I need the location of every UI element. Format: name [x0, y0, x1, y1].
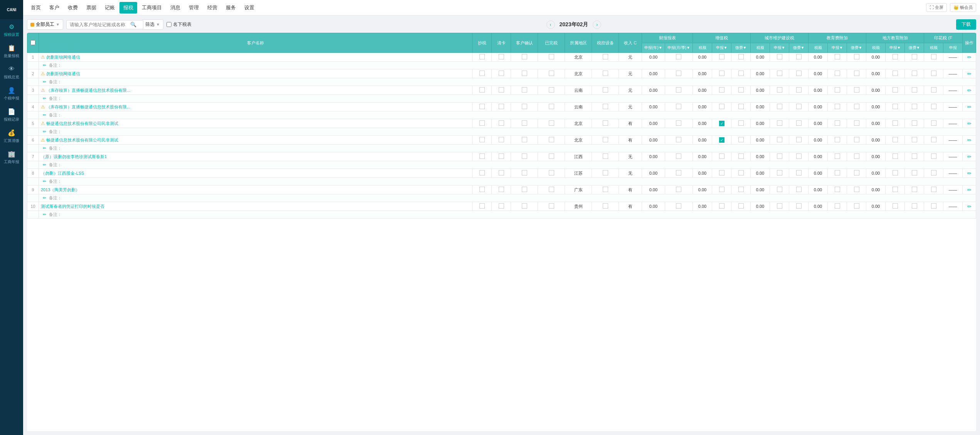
edit-icon[interactable]: ✏: [967, 121, 972, 126]
unchecked-icon[interactable]: [893, 153, 898, 159]
nav-home[interactable]: 首页: [27, 2, 45, 13]
unchecked-icon[interactable]: [499, 203, 504, 209]
unchecked-icon[interactable]: [893, 87, 898, 93]
nav-business[interactable]: 工商项目: [138, 2, 166, 13]
unchecked-icon[interactable]: [777, 153, 782, 159]
unchecked-icon[interactable]: [912, 104, 917, 109]
unchecked-icon[interactable]: [549, 137, 554, 142]
unchecked-icon[interactable]: [912, 87, 917, 93]
sidebar-item-settlement[interactable]: 💰 汇算清缴: [0, 125, 23, 147]
unchecked-icon[interactable]: [549, 153, 554, 159]
unchecked-icon[interactable]: [676, 187, 681, 192]
unchecked-icon[interactable]: [777, 203, 782, 209]
unchecked-icon[interactable]: [738, 203, 744, 209]
unchecked-icon[interactable]: [522, 71, 527, 76]
unchecked-icon[interactable]: [796, 203, 802, 209]
edit-icon[interactable]: ✏: [967, 204, 972, 209]
unchecked-icon[interactable]: [676, 120, 681, 126]
unchecked-icon[interactable]: [549, 104, 554, 109]
fullscreen-button[interactable]: ⛶ 全屏: [926, 3, 947, 12]
nav-manage[interactable]: 管理: [185, 2, 203, 13]
unchecked-icon[interactable]: [522, 203, 527, 209]
unchecked-icon[interactable]: [499, 104, 504, 109]
unchecked-icon[interactable]: [738, 71, 744, 76]
unchecked-icon[interactable]: [893, 187, 898, 192]
unchecked-icon[interactable]: [499, 170, 504, 175]
unchecked-icon[interactable]: [479, 54, 485, 59]
unchecked-icon[interactable]: [912, 170, 917, 175]
unchecked-icon[interactable]: [549, 120, 554, 126]
unchecked-icon[interactable]: [931, 153, 936, 159]
unchecked-icon[interactable]: [479, 170, 485, 175]
select-all-checkbox[interactable]: [30, 40, 35, 45]
unchecked-icon[interactable]: [931, 137, 936, 142]
unchecked-icon[interactable]: [522, 87, 527, 93]
unchecked-icon[interactable]: [912, 71, 917, 76]
download-button[interactable]: 下载: [956, 19, 976, 30]
sidebar-item-annual-report[interactable]: 🏢 工商年报: [0, 147, 23, 168]
sidebar-item-tax-overview[interactable]: 👁 报税总览: [0, 62, 23, 83]
nav-bookkeeping[interactable]: 记账: [101, 2, 119, 13]
unchecked-icon[interactable]: [893, 54, 898, 59]
edit-icon[interactable]: ✏: [967, 187, 972, 193]
unchecked-icon[interactable]: [479, 71, 485, 76]
unchecked-icon[interactable]: [931, 170, 936, 175]
unchecked-icon[interactable]: [719, 187, 724, 192]
unchecked-icon[interactable]: [603, 153, 608, 159]
nav-message[interactable]: 消息: [166, 2, 184, 13]
unchecked-icon[interactable]: [931, 187, 936, 192]
filter-button[interactable]: 筛选 ▼: [142, 19, 163, 30]
unchecked-icon[interactable]: [854, 153, 859, 159]
unchecked-icon[interactable]: [854, 137, 859, 142]
unchecked-icon[interactable]: [479, 87, 485, 93]
nav-invoice[interactable]: 票据: [82, 2, 100, 13]
unchecked-icon[interactable]: [796, 153, 802, 159]
unchecked-icon[interactable]: [931, 71, 936, 76]
unchecked-icon[interactable]: [854, 187, 859, 192]
unchecked-icon[interactable]: [676, 87, 681, 93]
unchecked-icon[interactable]: [835, 153, 840, 159]
unchecked-icon[interactable]: [854, 120, 859, 126]
unchecked-icon[interactable]: [676, 71, 681, 76]
unchecked-icon[interactable]: [522, 170, 527, 175]
unchecked-icon[interactable]: [931, 120, 936, 126]
unchecked-icon[interactable]: [854, 203, 859, 209]
unchecked-icon[interactable]: [719, 170, 724, 175]
unchecked-icon[interactable]: [777, 104, 782, 109]
sidebar-item-tax-settings[interactable]: ⚙ 报税设置: [0, 19, 23, 40]
nav-charge[interactable]: 收费: [64, 2, 82, 13]
unchecked-icon[interactable]: [676, 170, 681, 175]
unchecked-icon[interactable]: [796, 187, 802, 192]
unchecked-icon[interactable]: [603, 104, 608, 109]
unchecked-icon[interactable]: [603, 71, 608, 76]
unchecked-icon[interactable]: [835, 137, 840, 142]
unchecked-icon[interactable]: [719, 87, 724, 93]
unchecked-icon[interactable]: [796, 137, 802, 142]
member-button[interactable]: 👑 畅会员: [950, 3, 976, 12]
name-under-checkbox[interactable]: [166, 22, 171, 27]
unchecked-icon[interactable]: [738, 187, 744, 192]
unchecked-icon[interactable]: [835, 87, 840, 93]
unchecked-icon[interactable]: [479, 120, 485, 126]
unchecked-icon[interactable]: [893, 104, 898, 109]
unchecked-icon[interactable]: [835, 104, 840, 109]
unchecked-icon[interactable]: [738, 153, 744, 159]
unchecked-icon[interactable]: [719, 54, 724, 59]
unchecked-icon[interactable]: [479, 153, 485, 159]
edit-icon[interactable]: ✏: [967, 88, 972, 93]
edit-icon[interactable]: ✏: [967, 54, 972, 60]
unchecked-icon[interactable]: [893, 170, 898, 175]
unchecked-icon[interactable]: [522, 104, 527, 109]
unchecked-icon[interactable]: [738, 104, 744, 109]
unchecked-icon[interactable]: [835, 120, 840, 126]
unchecked-icon[interactable]: [676, 54, 681, 59]
unchecked-icon[interactable]: [676, 137, 681, 142]
unchecked-icon[interactable]: [549, 71, 554, 76]
unchecked-icon[interactable]: [499, 153, 504, 159]
unchecked-icon[interactable]: [912, 54, 917, 59]
unchecked-icon[interactable]: [931, 54, 936, 59]
unchecked-icon[interactable]: [499, 71, 504, 76]
unchecked-icon[interactable]: [719, 71, 724, 76]
unchecked-icon[interactable]: [835, 71, 840, 76]
unchecked-icon[interactable]: [549, 54, 554, 59]
